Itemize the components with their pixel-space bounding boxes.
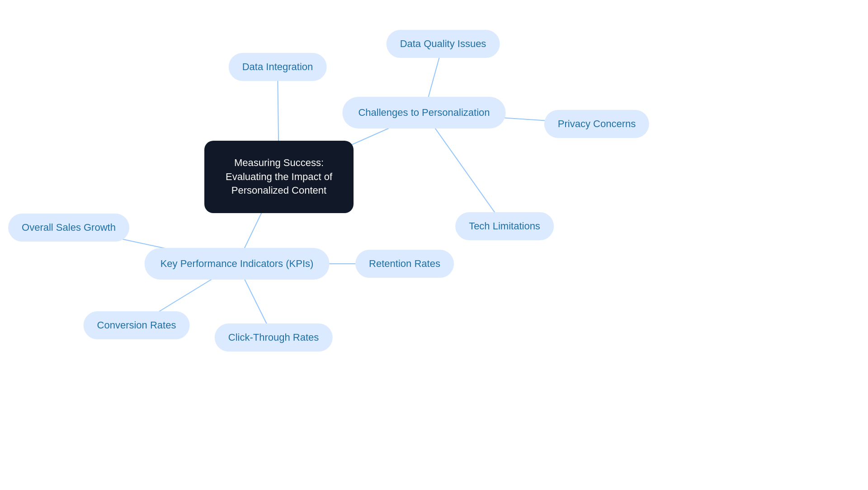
retention-rates-label: Retention Rates [369, 258, 440, 270]
data-quality-node[interactable]: Data Quality Issues [387, 30, 500, 58]
data-quality-label: Data Quality Issues [400, 38, 486, 50]
connections-svg [0, 0, 868, 490]
data-integration-node[interactable]: Data Integration [229, 53, 327, 81]
tech-limitations-label: Tech Limitations [469, 220, 540, 232]
kpi-label: Key Performance Indicators (KPIs) [160, 258, 314, 270]
center-label: Measuring Success: Evaluating the Impact… [213, 156, 344, 198]
tech-limitations-node[interactable]: Tech Limitations [455, 212, 554, 240]
svg-line-3 [424, 113, 505, 226]
privacy-concerns-node[interactable]: Privacy Concerns [544, 110, 649, 138]
retention-rates-node[interactable]: Retention Rates [355, 250, 454, 278]
challenges-node[interactable]: Challenges to Personalization [342, 97, 505, 128]
center-node[interactable]: Measuring Success: Evaluating the Impact… [204, 141, 354, 213]
click-through-rates-label: Click-Through Rates [228, 332, 319, 343]
data-integration-label: Data Integration [242, 61, 313, 73]
privacy-concerns-label: Privacy Concerns [558, 118, 636, 130]
overall-sales-node[interactable]: Overall Sales Growth [8, 214, 129, 242]
challenges-label: Challenges to Personalization [358, 107, 490, 119]
conversion-rates-label: Conversion Rates [97, 319, 176, 331]
conversion-rates-node[interactable]: Conversion Rates [84, 311, 190, 339]
kpi-node[interactable]: Key Performance Indicators (KPIs) [145, 248, 330, 280]
click-through-rates-node[interactable]: Click-Through Rates [215, 323, 333, 352]
mind-map: Measuring Success: Evaluating the Impact… [0, 0, 868, 490]
overall-sales-label: Overall Sales Growth [22, 222, 116, 233]
